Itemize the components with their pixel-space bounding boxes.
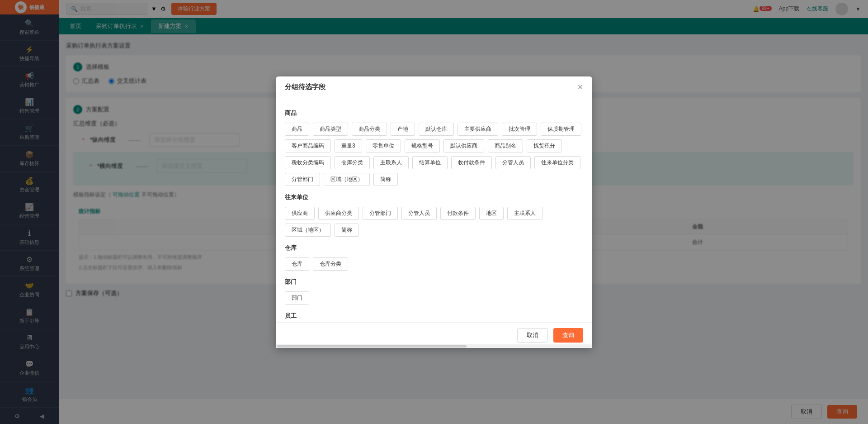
field-tag-spec-model[interactable]: 规格型号	[405, 139, 440, 152]
field-tag-tax-code[interactable]: 税收分类编码	[285, 156, 331, 169]
field-tag-origin[interactable]: 产地	[391, 123, 415, 136]
field-select-modal: 分组待选字段 ✕ 商品 商品 商品类型 商品分类 产地 默认仓库 主要供应商 批…	[276, 76, 592, 348]
field-tag-area[interactable]: 地区	[479, 207, 504, 220]
section-title-goods: 商品	[285, 109, 583, 117]
scrollbar-thumb	[277, 345, 467, 348]
field-grid-goods: 商品 商品类型 商品分类 产地 默认仓库 主要供应商 批次管理 保质期管理 客户…	[285, 123, 583, 186]
modal-confirm-btn[interactable]: 查询	[553, 328, 583, 343]
field-tag-pay-terms[interactable]: 付款条件	[440, 207, 476, 220]
modal-overlay: 分组待选字段 ✕ 商品 商品 商品类型 商品分类 产地 默认仓库 主要供应商 批…	[0, 0, 868, 424]
field-tag-supplier-category[interactable]: 供应商分类	[318, 207, 359, 220]
section-title-staff: 员工	[285, 312, 583, 320]
field-tag-dept-partner[interactable]: 分管部门	[363, 207, 398, 220]
section-title-dept: 部门	[285, 278, 583, 286]
field-tag-supplier[interactable]: 供应商	[285, 207, 315, 220]
field-tag-manager[interactable]: 分管人员	[495, 156, 531, 169]
field-tag-region-partner[interactable]: 区域（地区）	[285, 224, 331, 237]
field-tag-main-supplier[interactable]: 主要供应商	[458, 123, 498, 136]
field-tag-partner-type[interactable]: 往来单位分类	[534, 156, 580, 169]
modal-horizontal-scrollbar[interactable]	[276, 344, 592, 348]
section-title-partner: 往来单位	[285, 193, 583, 201]
field-tag-settlement-unit[interactable]: 结算单位	[412, 156, 448, 169]
field-tag-warehouse[interactable]: 仓库	[285, 257, 309, 271]
field-tag-retail-unit[interactable]: 零售单位	[366, 139, 401, 152]
modal-title: 分组待选字段	[285, 83, 326, 91]
field-tag-goods-category[interactable]: 商品分类	[352, 123, 387, 136]
field-tag-manager-partner[interactable]: 分管人员	[401, 207, 437, 220]
field-tag-short-name-partner[interactable]: 简称	[335, 224, 359, 237]
field-tag-payment-terms[interactable]: 收付款条件	[451, 156, 492, 169]
field-tag-contact[interactable]: 主联系人	[373, 156, 409, 169]
field-tag-alias[interactable]: 商品别名	[488, 139, 523, 152]
modal-close-icon[interactable]: ✕	[577, 83, 583, 91]
modal-header: 分组待选字段 ✕	[276, 76, 592, 98]
field-tag-expiry[interactable]: 保质期管理	[541, 123, 581, 136]
field-tag-goods[interactable]: 商品	[285, 123, 309, 136]
field-tag-dept[interactable]: 分管部门	[285, 173, 320, 186]
modal-body: 商品 商品 商品类型 商品分类 产地 默认仓库 主要供应商 批次管理 保质期管理…	[276, 98, 592, 322]
field-tag-department[interactable]: 部门	[285, 291, 309, 305]
section-title-warehouse: 仓库	[285, 244, 583, 252]
field-grid-partner: 供应商 供应商分类 分管部门 分管人员 付款条件 地区 主联系人 区域（地区） …	[285, 207, 583, 237]
field-tag-weight3[interactable]: 重量3	[335, 139, 362, 152]
field-tag-default-supplier[interactable]: 默认供应商	[443, 139, 484, 152]
field-tag-warehouse-category[interactable]: 仓库分类	[335, 156, 370, 169]
field-grid-dept: 部门	[285, 291, 583, 305]
field-tag-main-contact[interactable]: 主联系人	[507, 207, 542, 220]
field-tag-goods-type[interactable]: 商品类型	[313, 123, 348, 136]
field-grid-warehouse: 仓库 仓库分类	[285, 257, 583, 271]
field-tag-region-goods[interactable]: 区域（地区）	[324, 173, 370, 186]
field-tag-pick-score[interactable]: 拣货积分	[527, 139, 562, 152]
field-tag-short-name-goods[interactable]: 简称	[373, 173, 398, 186]
field-tag-warehouse-cat[interactable]: 仓库分类	[313, 257, 348, 271]
field-tag-batch-mgmt[interactable]: 批次管理	[502, 123, 537, 136]
modal-cancel-btn[interactable]: 取消	[517, 328, 548, 343]
field-tag-default-warehouse[interactable]: 默认仓库	[419, 123, 454, 136]
field-tag-customer-code[interactable]: 客户商品编码	[285, 139, 331, 152]
